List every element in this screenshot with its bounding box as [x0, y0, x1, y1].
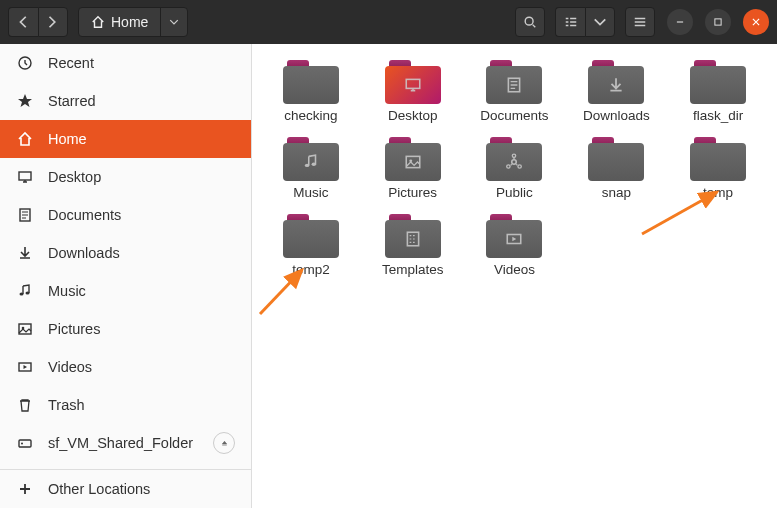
folder-icon	[385, 60, 441, 104]
folder-temp[interactable]: temp	[669, 135, 767, 202]
sidebar-item-starred[interactable]: Starred	[0, 82, 251, 120]
sidebar-item-sf-vm-shared-folder[interactable]: sf_VM_Shared_Folder	[0, 424, 251, 462]
sidebar-item-home[interactable]: Home	[0, 120, 251, 158]
documents-icon	[505, 76, 523, 94]
folder-documents[interactable]: Documents	[466, 58, 564, 125]
folder-pictures[interactable]: Pictures	[364, 135, 462, 202]
back-button[interactable]	[8, 7, 38, 37]
folder-checking[interactable]: checking	[262, 58, 360, 125]
sidebar-item-label: Recent	[48, 55, 94, 71]
folder-temp2[interactable]: temp2	[262, 212, 360, 279]
folder-desktop[interactable]: Desktop	[364, 58, 462, 125]
folder-label: Downloads	[583, 108, 650, 123]
sidebar-item-trash[interactable]: Trash	[0, 386, 251, 424]
sidebar-item-music[interactable]: Music	[0, 272, 251, 310]
sidebar-item-downloads[interactable]: Downloads	[0, 234, 251, 272]
minimize-icon	[675, 17, 685, 27]
sidebar-other-locations[interactable]: Other Locations	[0, 470, 251, 508]
folder-downloads[interactable]: Downloads	[567, 58, 665, 125]
hamburger-menu-button[interactable]	[625, 7, 655, 37]
forward-button[interactable]	[38, 7, 68, 37]
view-dropdown-button[interactable]	[585, 7, 615, 37]
nav-buttons	[8, 7, 68, 37]
path-dropdown[interactable]	[161, 17, 187, 27]
folder-icon	[588, 137, 644, 181]
public-icon	[505, 153, 523, 171]
sidebar-item-videos[interactable]: Videos	[0, 348, 251, 386]
sidebar-item-label: Videos	[48, 359, 92, 375]
sidebar-footer: Other Locations	[0, 469, 251, 508]
path-bar[interactable]: Home	[78, 7, 188, 37]
trash-icon	[16, 396, 34, 414]
close-button[interactable]	[743, 9, 769, 35]
folder-label: Pictures	[388, 185, 437, 200]
view-switcher	[555, 7, 615, 37]
path-segment-home[interactable]: Home	[79, 8, 161, 36]
close-icon	[751, 17, 761, 27]
folder-icon	[486, 60, 542, 104]
folder-label: temp2	[292, 262, 330, 277]
folder-label: Documents	[480, 108, 548, 123]
templates-icon	[404, 230, 422, 248]
folder-templates[interactable]: Templates	[364, 212, 462, 279]
maximize-button[interactable]	[705, 9, 731, 35]
sidebar-item-pictures[interactable]: Pictures	[0, 310, 251, 348]
titlebar: Home	[0, 0, 777, 44]
folder-music[interactable]: Music	[262, 135, 360, 202]
sidebar-item-label: sf_VM_Shared_Folder	[48, 435, 193, 451]
chevron-left-icon	[17, 15, 31, 29]
folder-public[interactable]: Public	[466, 135, 564, 202]
downloads-icon	[16, 244, 34, 262]
folder-icon	[588, 60, 644, 104]
search-icon	[523, 15, 537, 29]
sidebar-item-documents[interactable]: Documents	[0, 196, 251, 234]
folder-label: snap	[602, 185, 631, 200]
sidebar-list: RecentStarredHomeDesktopDocumentsDownloa…	[0, 44, 251, 469]
folder-icon	[385, 214, 441, 258]
sidebar-item-label: Documents	[48, 207, 121, 223]
sidebar-item-label: Desktop	[48, 169, 101, 185]
videos-icon	[505, 230, 523, 248]
folder-grid: checkingDesktopDocumentsDownloadsflask_d…	[262, 58, 767, 279]
sidebar-item-label: Starred	[48, 93, 96, 109]
path-label: Home	[111, 14, 148, 30]
sidebar-item-label: Other Locations	[48, 481, 150, 497]
folder-flask-dir[interactable]: flask_dir	[669, 58, 767, 125]
folder-label: temp	[703, 185, 733, 200]
folder-label: Desktop	[388, 108, 438, 123]
list-icon	[564, 15, 578, 29]
videos-icon	[16, 358, 34, 376]
desktop-icon	[16, 168, 34, 186]
folder-label: Public	[496, 185, 533, 200]
folder-icon	[385, 137, 441, 181]
minimize-button[interactable]	[667, 9, 693, 35]
music-icon	[302, 153, 320, 171]
content-area[interactable]: checkingDesktopDocumentsDownloadsflask_d…	[252, 44, 777, 508]
sidebar-item-recent[interactable]: Recent	[0, 44, 251, 82]
folder-icon	[283, 137, 339, 181]
downloads-icon	[607, 76, 625, 94]
eject-button[interactable]	[213, 432, 235, 454]
music-icon	[16, 282, 34, 300]
search-button[interactable]	[515, 7, 545, 37]
plus-icon	[16, 480, 34, 498]
sidebar-item-label: Downloads	[48, 245, 120, 261]
sidebar-item-desktop[interactable]: Desktop	[0, 158, 251, 196]
folder-icon	[283, 60, 339, 104]
sidebar-item-label: Trash	[48, 397, 85, 413]
home-icon	[16, 130, 34, 148]
documents-icon	[16, 206, 34, 224]
list-view-button[interactable]	[555, 7, 585, 37]
folder-videos[interactable]: Videos	[466, 212, 564, 279]
star-icon	[16, 92, 34, 110]
folder-icon	[690, 60, 746, 104]
folder-icon	[283, 214, 339, 258]
chevron-down-icon	[593, 15, 607, 29]
desktop-icon	[404, 76, 422, 94]
folder-label: Videos	[494, 262, 535, 277]
main-area: RecentStarredHomeDesktopDocumentsDownloa…	[0, 44, 777, 508]
folder-label: Music	[293, 185, 328, 200]
chevron-right-icon	[46, 15, 60, 29]
clock-icon	[16, 54, 34, 72]
folder-snap[interactable]: snap	[567, 135, 665, 202]
